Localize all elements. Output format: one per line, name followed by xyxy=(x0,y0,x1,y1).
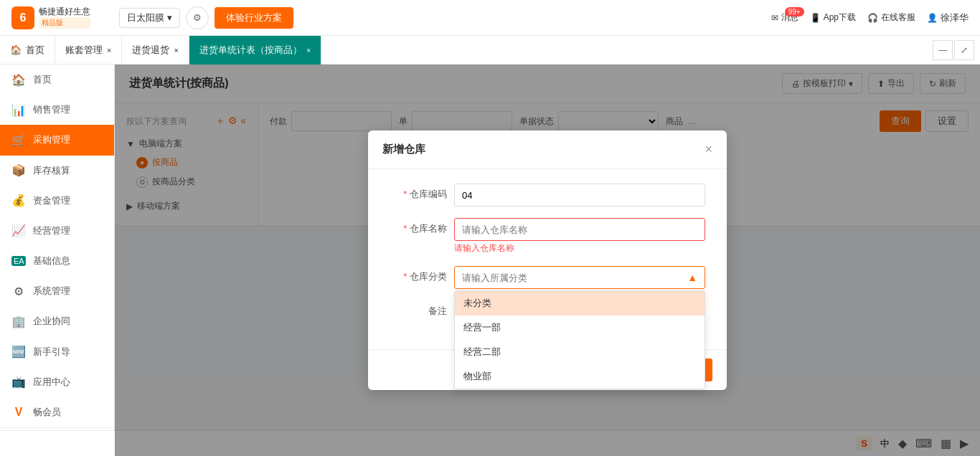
finance-icon: 💰 xyxy=(11,194,26,207)
name-error-message: 请输入仓库名称 xyxy=(454,242,705,255)
content-area: 进货单统计(按商品) 🖨 按模板打印 ▾ ⬆ 导出 ↻ 刷新 xyxy=(115,65,980,456)
modal-title: 新增仓库 xyxy=(382,143,425,156)
vip-icon: V xyxy=(11,406,26,419)
sidebar-label-operation: 经营管理 xyxy=(33,224,70,237)
home-icon: 🏠 xyxy=(11,73,26,87)
category-dropdown-list: 未分类 经营一部 经营二部 物业部 xyxy=(454,290,705,389)
sidebar-label-enterprise: 企业协同 xyxy=(33,315,70,328)
sidebar-item-system[interactable]: ⚙ 系统管理 xyxy=(0,276,114,306)
message-button[interactable]: ✉ 消息 99+ xyxy=(771,11,798,24)
store-name: 日太阳膜 xyxy=(127,11,164,24)
app-download-button[interactable]: 📱 App下载 xyxy=(810,11,856,24)
sidebar-label-inventory: 库存核算 xyxy=(33,164,70,177)
tabs-bar: 🏠 首页 账套管理 × 进货退货 × 进货单统计表（按商品） × — ⤢ xyxy=(0,36,980,65)
system-icon: ⚙ xyxy=(11,285,26,298)
app-badge: 精品版 xyxy=(39,17,90,29)
sidebar-item-basic[interactable]: EA 基础信息 xyxy=(0,246,114,276)
sidebar-label-home: 首页 xyxy=(33,73,52,86)
app-name: 畅捷通好生意 xyxy=(39,6,90,18)
online-service-label: 在线客服 xyxy=(881,11,915,24)
sidebar-item-vip[interactable]: V 畅会员 xyxy=(0,397,114,427)
sidebar-item-purchase[interactable]: 🛒 采购管理 xyxy=(0,125,114,155)
sidebar-label-vip: 畅会员 xyxy=(33,406,61,419)
enterprise-icon: 🏢 xyxy=(11,315,26,328)
warehouse-code-input[interactable] xyxy=(454,184,705,206)
app-download-label: App下载 xyxy=(824,11,856,24)
basic-icon: EA xyxy=(11,256,26,266)
dropdown-option-dept1[interactable]: 经营一部 xyxy=(455,315,705,340)
settings-gear-button[interactable]: ⚙ xyxy=(186,6,209,29)
category-control: ▲ 未分类 经营一部 经营二部 物业部 xyxy=(454,266,705,289)
app-center-icon: 📺 xyxy=(11,375,26,389)
tab-account-close[interactable]: × xyxy=(107,46,111,54)
sidebar-label-guide: 新手引导 xyxy=(33,346,70,358)
tab-account[interactable]: 账套管理 × xyxy=(55,36,122,65)
tab-purchase-stat[interactable]: 进货单统计表（按商品） × xyxy=(189,36,321,65)
sales-icon: 📊 xyxy=(11,103,26,117)
app-logo-icon: 6 xyxy=(11,6,34,29)
home-tab-label: 首页 xyxy=(26,44,44,57)
sidebar: 🏠 首页 📊 销售管理 🛒 采购管理 📦 库存核算 💰 资金管理 📈 经营管理 … xyxy=(0,65,115,456)
tab-purchase-stat-label: 进货单统计表（按商品） xyxy=(199,44,302,57)
name-control: 请输入仓库名称 xyxy=(454,218,705,255)
tab-purchase-return-label: 进货退货 xyxy=(132,44,169,57)
sidebar-item-operation[interactable]: 📈 经营管理 xyxy=(0,216,114,246)
headset-icon: 🎧 xyxy=(867,13,878,23)
online-service-button[interactable]: 🎧 在线客服 xyxy=(867,11,915,24)
category-input[interactable] xyxy=(462,272,687,283)
dropdown-option-dept3[interactable]: 物业部 xyxy=(455,364,705,389)
dropdown-option-none[interactable]: 未分类 xyxy=(455,291,705,315)
sidebar-item-home[interactable]: 🏠 首页 xyxy=(0,65,114,95)
sidebar-item-guide[interactable]: 🆕 新手引导 xyxy=(0,337,114,367)
modal-close-button[interactable]: × xyxy=(705,142,712,157)
sidebar-label-app-center: 应用中心 xyxy=(33,376,70,389)
tab-purchase-return[interactable]: 进货退货 × xyxy=(122,36,189,65)
name-label: 仓库名称 xyxy=(390,218,447,235)
category-label: 仓库分类 xyxy=(390,266,447,283)
top-header: 6 畅捷通好生意 精品版 日太阳膜 ▾ ⚙ 体验行业方案 ✉ 消息 99+ 📱 … xyxy=(0,0,980,36)
purchase-icon: 🛒 xyxy=(11,133,26,147)
sidebar-item-enterprise[interactable]: 🏢 企业协同 xyxy=(0,306,114,336)
user-area[interactable]: 👤 徐泽华 xyxy=(927,11,969,24)
store-selector[interactable]: 日太阳膜 ▾ xyxy=(119,8,180,28)
tab-home[interactable]: 🏠 首页 xyxy=(0,36,55,65)
tab-expand-button[interactable]: ⤢ xyxy=(954,40,974,60)
modal-body: 仓库编码 仓库名称 请输入仓库名称 xyxy=(368,169,727,349)
mobile-icon: 📱 xyxy=(810,13,821,23)
category-dropdown-input-row[interactable]: ▲ xyxy=(454,266,705,289)
tab-account-label: 账套管理 xyxy=(65,44,103,57)
user-avatar-icon: 👤 xyxy=(927,13,938,23)
sidebar-label-sales: 销售管理 xyxy=(33,103,70,116)
sidebar-item-sales[interactable]: 📊 销售管理 xyxy=(0,95,114,125)
sidebar-label-basic: 基础信息 xyxy=(33,255,70,267)
code-label: 仓库编码 xyxy=(390,184,447,201)
sidebar-item-finance[interactable]: 💰 资金管理 xyxy=(0,186,114,216)
sidebar-item-inventory[interactable]: 📦 库存核算 xyxy=(0,156,114,186)
home-tab-icon: 🏠 xyxy=(10,44,22,55)
store-dropdown-arrow: ▾ xyxy=(167,12,172,23)
add-warehouse-modal: 新增仓库 × 仓库编码 仓库名称 xyxy=(368,130,727,390)
code-control xyxy=(454,184,705,206)
message-badge: 99+ xyxy=(785,7,804,16)
form-row-name: 仓库名称 请输入仓库名称 xyxy=(390,218,705,255)
message-icon: ✉ xyxy=(771,13,778,23)
sidebar-label-finance: 资金管理 xyxy=(33,194,70,207)
category-dropdown-arrow-icon[interactable]: ▲ xyxy=(687,272,697,283)
sidebar-label-system: 系统管理 xyxy=(33,285,70,298)
inventory-icon: 📦 xyxy=(11,163,26,177)
tab-purchase-stat-close[interactable]: × xyxy=(306,46,311,54)
category-dropdown: ▲ 未分类 经营一部 经营二部 物业部 xyxy=(454,266,705,289)
form-row-category: 仓库分类 ▲ 未分类 经营一部 经营二部 xyxy=(390,266,705,289)
modal-overlay: 新增仓库 × 仓库编码 仓库名称 xyxy=(115,65,980,456)
sidebar-item-app-center[interactable]: 📺 应用中心 xyxy=(0,367,114,397)
dropdown-option-dept2[interactable]: 经营二部 xyxy=(455,340,705,364)
warehouse-name-input[interactable] xyxy=(454,218,705,241)
modal-header: 新增仓库 × xyxy=(368,130,727,169)
form-row-code: 仓库编码 xyxy=(390,184,705,206)
main-layout: 🏠 首页 📊 销售管理 🛒 采购管理 📦 库存核算 💰 资金管理 📈 经营管理 … xyxy=(0,65,980,456)
tab-collapse-button[interactable]: — xyxy=(933,40,953,60)
note-label: 备注 xyxy=(390,300,447,318)
trial-industry-button[interactable]: 体验行业方案 xyxy=(215,7,293,29)
header-right: ✉ 消息 99+ 📱 App下载 🎧 在线客服 👤 徐泽华 xyxy=(771,11,969,24)
tab-purchase-return-close[interactable]: × xyxy=(174,46,178,54)
